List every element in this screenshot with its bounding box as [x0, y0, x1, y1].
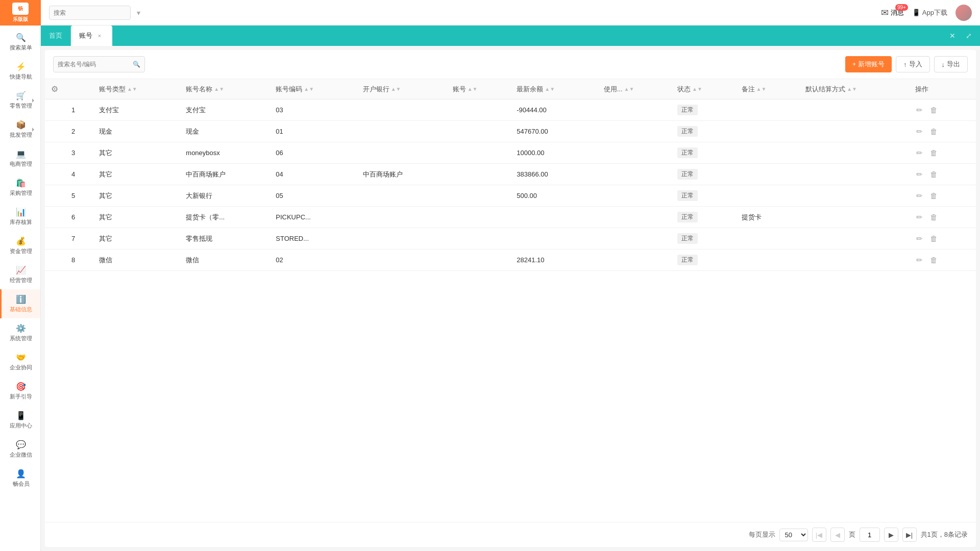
app-download-label: App下载	[922, 8, 947, 17]
table-row: 1 支付宝 支付宝 03 -90444.00 正常 ✏ 🗑	[45, 99, 976, 121]
col-account[interactable]: 账号▲▼	[447, 79, 511, 99]
pagination: 每页显示 2050100200 |◀ ◀ 页 ▶ ▶| 共1页，8条记录	[45, 522, 976, 547]
cell-usage	[598, 207, 671, 228]
per-page-label: 每页显示	[749, 530, 775, 539]
col-name[interactable]: 账号名称▲▼	[180, 79, 270, 99]
cell-code: 05	[270, 185, 356, 207]
cell-remark	[736, 121, 800, 142]
edit-button[interactable]: ✏	[915, 105, 924, 115]
message-button[interactable]: ✉ 消息 99+	[881, 7, 904, 18]
col-balance[interactable]: 最新余额▲▼	[510, 79, 597, 99]
delete-button[interactable]: 🗑	[929, 255, 939, 265]
page-first-button[interactable]: |◀	[812, 528, 826, 542]
status-badge: 正常	[677, 147, 698, 158]
tab-close-account[interactable]: ×	[95, 32, 104, 40]
edit-button[interactable]: ✏	[915, 169, 924, 180]
sidebar-icon-inventory: 📊	[16, 207, 26, 217]
delete-button[interactable]: 🗑	[929, 169, 939, 180]
sidebar-item-purchase[interactable]: 🛍️ 采购管理	[0, 173, 40, 202]
topbar-left: ▾	[49, 6, 140, 20]
edit-button[interactable]: ✏	[915, 147, 924, 158]
cell-bank	[357, 142, 447, 164]
delete-button[interactable]: 🗑	[929, 105, 939, 115]
tabbar-close-btn[interactable]: ✕	[945, 29, 960, 43]
export-button[interactable]: ↓ 导出	[934, 56, 968, 72]
cell-type: 微信	[93, 249, 180, 271]
sidebar-item-ecommerce[interactable]: 💻 电商管理	[0, 144, 40, 173]
col-bank[interactable]: 开户银行▲▼	[357, 79, 447, 99]
sidebar-item-retail[interactable]: 🛒 零售管理	[0, 86, 40, 115]
cell-usage	[598, 164, 671, 185]
cell-action: ✏ 🗑	[909, 142, 976, 164]
account-search-input[interactable]	[58, 61, 130, 68]
col-type[interactable]: 账号类型▲▼	[93, 79, 180, 99]
page-next-button[interactable]: ▶	[884, 528, 898, 542]
delete-button[interactable]: 🗑	[929, 147, 939, 158]
sidebar-item-basic-info[interactable]: ℹ️ 基础信息	[0, 289, 40, 318]
sidebar-item-system[interactable]: ⚙️ 系统管理	[0, 318, 40, 347]
col-code[interactable]: 账号编码▲▼	[270, 79, 356, 99]
sidebar-item-quick-nav[interactable]: ⚡ 快捷导航	[0, 57, 40, 86]
page-size-select[interactable]: 2050100200	[779, 529, 808, 541]
edit-button[interactable]: ✏	[915, 190, 924, 201]
cell-name: 微信	[180, 249, 270, 271]
delete-button[interactable]: 🗑	[929, 212, 939, 222]
sidebar-item-enterprise-agreement[interactable]: 🤝 企业协同	[0, 347, 40, 377]
col-usage[interactable]: 使用...▲▼	[598, 79, 671, 99]
col-default-settle[interactable]: 默认结算方式▲▼	[799, 79, 909, 99]
sidebar-icon-retail: 🛒	[16, 91, 26, 101]
cell-action: ✏ 🗑	[909, 249, 976, 271]
sidebar-item-guide[interactable]: 🎯 新手引导	[0, 377, 40, 406]
sidebar-icon-purchase: 🛍️	[16, 178, 26, 188]
sidebar-item-search[interactable]: 🔍 搜索菜单	[0, 28, 40, 57]
app-download-button[interactable]: 📱 App下载	[912, 8, 947, 17]
edit-button[interactable]: ✏	[915, 233, 924, 244]
edit-button[interactable]: ✏	[915, 212, 924, 222]
logo-icon: 畅	[12, 3, 29, 15]
status-badge: 正常	[677, 126, 698, 137]
cell-name: 零售抵现	[180, 228, 270, 249]
user-avatar[interactable]	[955, 5, 972, 21]
sidebar-item-inventory[interactable]: 📊 库存核算	[0, 202, 40, 231]
cell-default-settle	[799, 228, 909, 249]
delete-button[interactable]: 🗑	[929, 190, 939, 201]
cell-account	[447, 142, 511, 164]
delete-button[interactable]: 🗑	[929, 233, 939, 244]
page-number-input[interactable]	[860, 528, 880, 542]
sidebar-item-enterprise-wechat[interactable]: 💬 企业微信	[0, 435, 40, 464]
sidebar-item-app-center[interactable]: 📱 应用中心	[0, 406, 40, 435]
col-remark[interactable]: 备注▲▼	[736, 79, 800, 99]
cell-settings	[45, 249, 65, 271]
topbar-arrow-icon[interactable]: ▾	[137, 9, 140, 17]
cell-default-settle	[799, 249, 909, 271]
delete-button[interactable]: 🗑	[929, 126, 939, 137]
sidebar-label-enterprise-agreement: 企业协同	[10, 364, 32, 371]
sidebar-item-operations[interactable]: 📈 经营管理	[0, 260, 40, 289]
sidebar-item-finance[interactable]: 💰 资金管理	[0, 231, 40, 260]
cell-action: ✏ 🗑	[909, 99, 976, 121]
table-row: 2 现金 现金 01 547670.00 正常 ✏ 🗑	[45, 121, 976, 142]
add-account-button[interactable]: + 新增账号	[845, 56, 892, 72]
tab-home[interactable]: 首页	[41, 26, 71, 46]
settings-icon[interactable]: ⚙	[51, 85, 58, 93]
sidebar-item-wholesale[interactable]: 📦 批发管理	[0, 115, 40, 144]
sidebar-label-operations: 经营管理	[10, 277, 32, 284]
content-inner: 🔍 + 新增账号 ↑ 导入 ↓ 导出	[45, 50, 976, 547]
edit-button[interactable]: ✏	[915, 126, 924, 137]
sidebar-item-member[interactable]: 👤 畅会员	[0, 464, 40, 493]
topbar-search-input[interactable]	[49, 6, 131, 20]
cell-type: 其它	[93, 228, 180, 249]
edit-button[interactable]: ✏	[915, 255, 924, 265]
tab-label-home: 首页	[49, 31, 62, 40]
cell-code: 03	[270, 99, 356, 121]
cell-settings	[45, 164, 65, 185]
col-status[interactable]: 状态▲▼	[671, 79, 736, 99]
page-last-button[interactable]: ▶|	[902, 528, 917, 542]
cell-usage	[598, 185, 671, 207]
tab-account[interactable]: 账号×	[71, 26, 112, 46]
import-button[interactable]: ↑ 导入	[896, 56, 930, 72]
tabbar-expand-btn[interactable]: ⤢	[962, 29, 976, 43]
cell-bank	[357, 185, 447, 207]
cell-usage	[598, 228, 671, 249]
page-prev-button[interactable]: ◀	[830, 528, 845, 542]
